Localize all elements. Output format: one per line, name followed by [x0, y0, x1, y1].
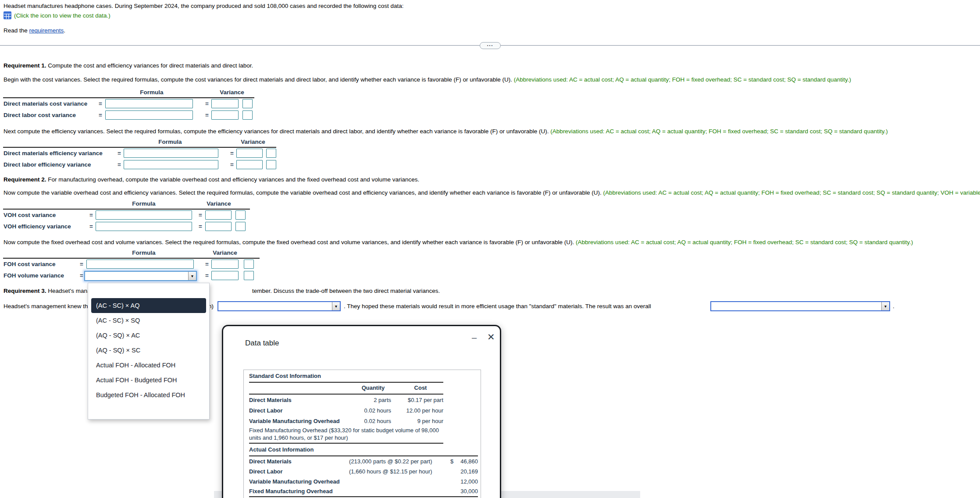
modal-title: Data table [245, 339, 279, 348]
voh-eff-variance-input[interactable] [205, 222, 232, 231]
act-row-amount: 46,860 [443, 458, 478, 465]
abbreviations-note: (Abbreviations used: AC = actual cost; A… [514, 76, 851, 83]
abbreviations-note: (Abbreviations used: AC = actual cost; A… [576, 239, 913, 245]
dropdown-option[interactable]: (AQ - SQ) × SC [88, 343, 209, 358]
equals-sign: = [118, 150, 121, 157]
actual-cost-heading: Actual Cost Information [249, 446, 314, 453]
table-header-rule [3, 97, 254, 98]
read-the-period: . [64, 27, 65, 34]
voh-instructions: Now compute the variable overhead cost a… [4, 189, 603, 196]
row-label-voh-cost: VOH cost variance [4, 212, 56, 218]
act-row-label: Direct Labor [249, 468, 283, 475]
overall-variance-select[interactable]: ▼ [710, 301, 890, 311]
row-label-dm-cost: Direct materials cost variance [4, 100, 87, 107]
row-label-voh-eff: VOH efficiency variance [4, 223, 71, 230]
equals-sign: = [89, 223, 93, 230]
close-button[interactable]: ✕ [487, 332, 495, 341]
dl-cost-formula-input[interactable] [105, 110, 193, 120]
equals-sign: = [89, 212, 93, 218]
foh-instructions: Now compute the fixed overhead cost and … [4, 239, 576, 245]
chevron-down-icon: ▼ [188, 272, 196, 280]
act-row-label: Direct Materials [249, 458, 292, 465]
requirement1-label: Requirement 1. [4, 62, 46, 69]
equals-sign: = [205, 272, 209, 279]
dropdown-option[interactable]: Actual FOH - Budgeted FOH [88, 373, 209, 388]
act-row-amount: 20,169 [443, 468, 478, 475]
dm-cost-variance-input[interactable] [211, 99, 239, 108]
table-header-rule [3, 258, 260, 259]
act-row-detail: (1,660 hours @ $12.15 per hour) [349, 468, 432, 475]
dm-cost-fu-input[interactable] [242, 99, 253, 108]
cost-data-note: (Click the icon to view the cost data.) [14, 12, 110, 19]
requirement2-label: Requirement 2. [4, 176, 46, 183]
std-row-label: Variable Manufacturing Overhead [249, 418, 340, 424]
dl-eff-formula-input[interactable] [124, 160, 218, 169]
requirement2-text: For manufacturing overhead, compute the … [46, 176, 420, 183]
dm-eff-formula-input[interactable] [124, 149, 218, 158]
dropdown-option[interactable]: (AC - SC) × SQ [88, 313, 209, 328]
std-row-cost: $0.17 per part [391, 397, 443, 403]
abbreviations-note-voh: (Abbreviations used: AC = actual cost; A… [603, 189, 980, 196]
efficiency-variances-instructions: Next compute the efficiency variances. S… [4, 128, 550, 135]
dropdown-option[interactable]: Budgeted FOH - Allocated FOH [88, 388, 209, 402]
std-row-cost: 12.00 per hour [391, 407, 443, 414]
dl-eff-fu-input[interactable] [266, 160, 276, 169]
dropdown-option-selected[interactable]: (AC - SC) × AQ [91, 298, 206, 313]
voh-cost-variance-input[interactable] [205, 210, 232, 220]
divider-ellipsis-button[interactable]: ••• [480, 42, 501, 49]
equals-sign: = [80, 272, 83, 279]
std-row-qty: 0.02 hours [347, 418, 391, 424]
table-header-rule [3, 209, 250, 210]
table-rule [249, 394, 443, 395]
foh-cost-variance-input[interactable] [211, 260, 239, 269]
dm-eff-variance-input[interactable] [236, 149, 263, 158]
requirement3-frag1: Headset's mana [46, 288, 91, 294]
data-table-modal: Data table – ✕ Standard Cost Information… [222, 325, 501, 498]
std-row-label: Direct Labor [249, 407, 283, 414]
act-row-label: Fixed Manufacturing Overhead [249, 488, 333, 494]
act-row-label: Variable Manufacturing Overhead [249, 478, 340, 485]
equals-sign: = [205, 112, 209, 118]
formula-column-header: Formula [144, 139, 196, 145]
table-rule [249, 382, 443, 383]
materials-quality-select[interactable]: ▼ [217, 301, 341, 311]
equals-sign: = [230, 150, 234, 157]
read-the-text: Read the [4, 27, 29, 34]
req3-line2-frag3: . They hoped these materials would resul… [344, 303, 651, 309]
dl-eff-variance-input[interactable] [236, 160, 263, 169]
act-row-detail: (213,000 parts @ $0.22 per part) [349, 458, 432, 465]
voh-cost-formula-input[interactable] [96, 210, 192, 220]
equals-sign: = [205, 100, 209, 107]
requirement3-frag2: tember. Discuss the trade-off between th… [252, 288, 440, 294]
dm-eff-fu-input[interactable] [266, 149, 276, 158]
dl-cost-variance-input[interactable] [211, 110, 239, 120]
voh-eff-fu-input[interactable] [235, 222, 246, 231]
equals-sign: = [199, 223, 202, 230]
table-rule [249, 496, 478, 497]
dl-cost-fu-input[interactable] [242, 110, 253, 120]
requirements-link[interactable]: requirements [29, 27, 64, 34]
std-row-cost: 9 per hour [391, 418, 443, 424]
foh-cost-formula-input[interactable] [86, 260, 194, 269]
variance-column-header: Variance [199, 249, 251, 256]
dropdown-option[interactable]: (AQ - SQ) × AC [88, 328, 209, 343]
voh-cost-fu-input[interactable] [235, 210, 246, 220]
voh-eff-formula-input[interactable] [96, 222, 192, 231]
chevron-down-icon: ▼ [332, 302, 340, 310]
equals-sign: = [230, 161, 234, 168]
foh-volume-fu-input[interactable] [244, 271, 254, 280]
dm-cost-formula-input[interactable] [105, 99, 193, 108]
foh-volume-variance-input[interactable] [211, 271, 239, 280]
variance-column-header: Variance [206, 89, 258, 96]
chevron-down-icon: ▼ [881, 302, 889, 310]
equals-sign: = [99, 100, 102, 107]
foh-cost-fu-input[interactable] [244, 260, 254, 269]
formula-column-header: Formula [125, 89, 178, 96]
foh-volume-formula-select[interactable]: ▼ [84, 271, 197, 281]
equals-sign: = [80, 261, 83, 267]
minimize-button[interactable]: – [472, 333, 477, 342]
cost-data-table-icon[interactable] [4, 11, 11, 19]
standard-cost-heading: Standard Cost Information [249, 373, 321, 379]
cost-data-table: Standard Cost Information Quantity Cost … [243, 370, 481, 498]
dropdown-option[interactable]: Actual FOH - Allocated FOH [88, 358, 209, 373]
